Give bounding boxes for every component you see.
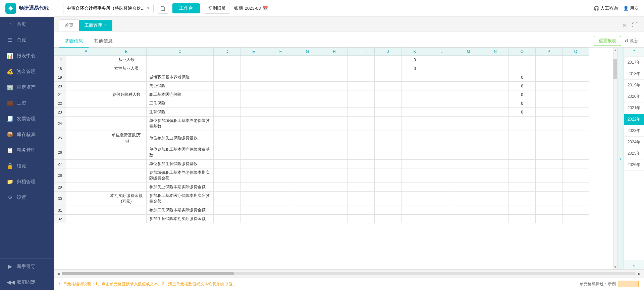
cell-17-d[interactable]	[214, 56, 240, 64]
cell-17-b[interactable]: 从业人数	[106, 56, 147, 64]
cell-22-m[interactable]	[455, 99, 482, 108]
cell-20-j[interactable]	[375, 82, 401, 90]
cell-21-p[interactable]	[536, 90, 562, 99]
cell-22-l[interactable]	[428, 99, 455, 108]
cell-29-e[interactable]	[240, 183, 267, 192]
cell-22-c[interactable]: 工伤保险	[147, 99, 214, 108]
cell-29-n[interactable]	[482, 183, 509, 192]
cell-17-k[interactable]: 0	[401, 56, 428, 64]
cell-32-d[interactable]	[214, 215, 240, 223]
cell-25-q[interactable]	[562, 131, 589, 145]
cell-26-b[interactable]	[106, 145, 147, 160]
cell-24-o[interactable]	[509, 117, 536, 131]
cell-32-q[interactable]	[562, 215, 589, 223]
cell-27-h[interactable]	[321, 160, 348, 168]
cell-28-h[interactable]	[321, 168, 348, 183]
cell-28-d[interactable]	[214, 168, 240, 183]
cell-29-g[interactable]	[294, 183, 321, 192]
cell-28-b[interactable]	[106, 168, 147, 183]
collapse-panel-button[interactable]: ›	[617, 48, 624, 269]
cell-31-d[interactable]	[214, 206, 240, 215]
cell-21-m[interactable]	[455, 90, 482, 99]
cell-28-q[interactable]	[562, 168, 589, 183]
cell-26-j[interactable]	[375, 145, 401, 160]
cell-18-l[interactable]	[428, 64, 455, 73]
cell-28-j[interactable]	[375, 168, 401, 183]
cell-31-c[interactable]: 参加工伤保险本期实际缴费金额	[147, 206, 214, 215]
cell-30-o[interactable]	[509, 192, 536, 206]
cell-32-e[interactable]	[240, 215, 267, 223]
cell-24-p[interactable]	[536, 117, 562, 131]
cell-20-c[interactable]: 失业保险	[147, 82, 214, 90]
sidebar-item-invoice[interactable]: 🧾 发票管理	[0, 111, 54, 127]
cell-28-f[interactable]	[267, 168, 294, 183]
cell-17-g[interactable]	[294, 56, 321, 64]
cell-18-j[interactable]	[375, 64, 401, 73]
year-item-2019[interactable]: 2019年	[624, 80, 644, 91]
sidebar-item-report[interactable]: 📊 报表中心	[0, 48, 54, 64]
sidebar-item-guide[interactable]: ▶ 新手引导	[0, 259, 54, 274]
cell-17-n[interactable]	[482, 56, 509, 64]
cell-27-i[interactable]	[348, 160, 375, 168]
cell-29-h[interactable]	[321, 183, 348, 192]
cell-27-e[interactable]	[240, 160, 267, 168]
cell-23-a[interactable]	[66, 108, 106, 117]
cell-24-n[interactable]	[482, 117, 509, 131]
cell-21-h[interactable]	[321, 90, 348, 99]
cell-29-l[interactable]	[428, 183, 455, 192]
user-avatar[interactable]: 👤 用友	[623, 5, 639, 11]
sidebar-item-unpin[interactable]: ◀◀ 取消固定	[0, 274, 54, 290]
cell-24-h[interactable]	[321, 117, 348, 131]
cell-19-l[interactable]	[428, 73, 455, 82]
tab-home[interactable]: 首页	[59, 19, 79, 31]
sidebar-item-settings[interactable]: ⚙ 设置	[0, 190, 54, 205]
reset-button[interactable]: 重置报表	[594, 36, 621, 46]
cell-18-d[interactable]	[214, 64, 240, 73]
scroll-thumb[interactable]	[613, 59, 617, 79]
cell-18-n[interactable]	[482, 64, 509, 73]
cell-32-j[interactable]	[375, 215, 401, 223]
cell-30-q[interactable]	[562, 192, 589, 206]
cell-24-b[interactable]	[106, 117, 147, 131]
year-item-2024[interactable]: 2024年	[624, 137, 644, 148]
cell-19-e[interactable]	[240, 73, 267, 82]
cell-18-k[interactable]: 0	[401, 64, 428, 73]
cell-31-i[interactable]	[348, 206, 375, 215]
cell-31-h[interactable]	[321, 206, 348, 215]
cell-23-m[interactable]	[455, 108, 482, 117]
cell-22-h[interactable]	[321, 99, 348, 108]
cell-27-a[interactable]	[66, 160, 106, 168]
cell-27-k[interactable]	[401, 160, 428, 168]
cell-21-n[interactable]	[482, 90, 509, 99]
cell-25-h[interactable]	[321, 131, 348, 145]
cell-32-m[interactable]	[455, 215, 482, 223]
scroll-right-btn[interactable]: ▶	[636, 270, 643, 277]
cell-17-o[interactable]	[509, 56, 536, 64]
cell-26-e[interactable]	[240, 145, 267, 160]
cell-28-c[interactable]: 参加城镇职工基本养老保险本期实际缴费金额	[147, 168, 214, 183]
year-item-2023[interactable]: 2023年	[624, 125, 644, 137]
cell-31-l[interactable]	[428, 206, 455, 215]
cell-29-a[interactable]	[66, 183, 106, 192]
cell-21-o[interactable]: 0	[509, 90, 536, 99]
cell-21-b[interactable]: 参保各险种人数	[106, 90, 147, 99]
cell-22-i[interactable]	[348, 99, 375, 108]
cell-27-m[interactable]	[455, 160, 482, 168]
cell-25-f[interactable]	[267, 131, 294, 145]
cell-31-e[interactable]	[240, 206, 267, 215]
cell-24-d[interactable]	[214, 117, 240, 131]
cell-28-n[interactable]	[482, 168, 509, 183]
cell-29-f[interactable]	[267, 183, 294, 192]
cell-25-a[interactable]	[66, 131, 106, 145]
cell-19-h[interactable]	[321, 73, 348, 82]
scroll-track[interactable]	[62, 272, 636, 275]
cell-19-c[interactable]: 城镇职工基本养老保险	[147, 73, 214, 82]
cell-19-p[interactable]	[536, 73, 562, 82]
cell-30-l[interactable]	[428, 192, 455, 206]
sidebar-item-fund[interactable]: 💰 资金管理	[0, 64, 54, 79]
cell-29-q[interactable]	[562, 183, 589, 192]
cell-31-j[interactable]	[375, 206, 401, 215]
cell-26-m[interactable]	[455, 145, 482, 160]
cell-19-a[interactable]	[66, 73, 106, 82]
cell-31-b[interactable]	[106, 206, 147, 215]
